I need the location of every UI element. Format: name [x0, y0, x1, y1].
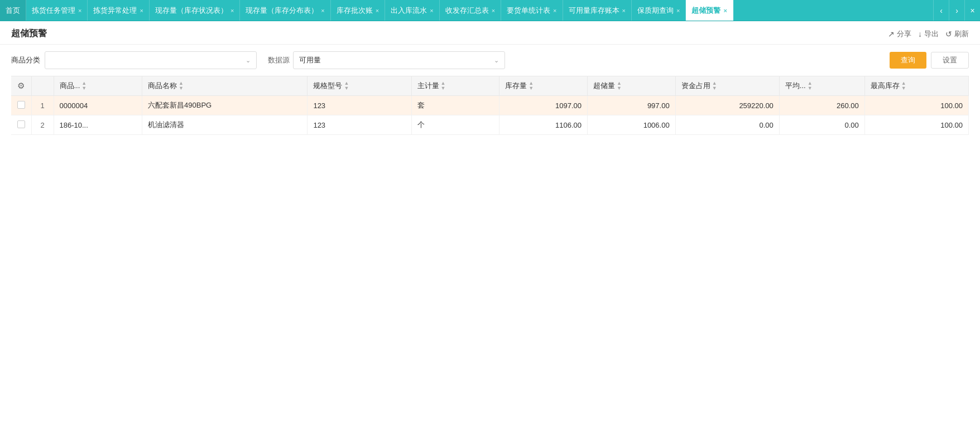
- data-table: ⚙ 商品... ▲ ▼ 商品名称: [11, 76, 969, 135]
- filter-area: 商品分类 ⌄ 数据源 可用量 ⌄ 查询 设置: [0, 45, 980, 76]
- nav-close-available-account[interactable]: ×: [622, 7, 626, 14]
- col-header-max-stock[interactable]: 最高库存 ▲ ▼: [864, 76, 968, 96]
- row-max-stock-0: 100.00: [864, 96, 968, 115]
- nav-close-task-mgmt[interactable]: ×: [78, 7, 81, 14]
- settings-button[interactable]: 设置: [931, 52, 969, 69]
- datasource-select[interactable]: 可用量 ⌄: [293, 51, 505, 69]
- nav-label-overstock-warning: 超储预警: [691, 6, 720, 16]
- nav-label-abnormal: 拣货异常处理: [93, 6, 137, 16]
- nav-close-batch-account[interactable]: ×: [376, 7, 379, 14]
- row-product-name-1: 机油滤清器: [142, 115, 308, 135]
- col-header-product-name[interactable]: 商品名称 ▲ ▼: [142, 76, 308, 96]
- nav-close-order-stats[interactable]: ×: [553, 7, 556, 14]
- col-header-product-code[interactable]: 商品... ▲ ▼: [54, 76, 142, 96]
- sort-arrows-capital: ▲ ▼: [712, 81, 717, 91]
- category-chevron-icon: ⌄: [246, 57, 251, 64]
- nav-item-task-mgmt[interactable]: 拣货任务管理 ×: [26, 0, 88, 21]
- nav-label-quality-check: 保质期查询: [637, 6, 674, 16]
- nav-close-quality-check[interactable]: ×: [676, 7, 680, 14]
- nav-item-available-account[interactable]: 可用量库存账本 ×: [563, 0, 632, 21]
- col-header-overstock[interactable]: 超储量 ▲ ▼: [587, 76, 675, 96]
- sort-arrows-product-code: ▲ ▼: [81, 81, 87, 91]
- nav-item-inventory-dist[interactable]: 现存量（库存分布表） ×: [240, 0, 330, 21]
- page-title: 超储预警: [11, 28, 47, 40]
- row-checkbox-cell: [11, 96, 31, 115]
- top-nav: 首页 拣货任务管理 × 拣货异常处理 × 现存量（库存状况表） × 现存量（库存…: [0, 0, 980, 21]
- category-select[interactable]: ⌄: [45, 51, 257, 69]
- datasource-value: 可用量: [299, 55, 321, 65]
- nav-item-collect-total[interactable]: 收发存汇总表 ×: [440, 0, 501, 21]
- sort-arrows-unit: ▲ ▼: [441, 81, 446, 91]
- nav-close-inout-flow[interactable]: ×: [430, 7, 433, 14]
- col-header-stock[interactable]: 库存量 ▲ ▼: [499, 76, 588, 96]
- query-button[interactable]: 查询: [890, 52, 926, 69]
- sort-arrows-max-stock: ▲ ▼: [901, 81, 906, 91]
- row-checkbox-cell: [11, 115, 31, 135]
- refresh-button[interactable]: ↺ 刷新: [945, 29, 969, 39]
- row-avg-0: 260.00: [779, 96, 864, 115]
- nav-close-overstock-warning[interactable]: ×: [723, 7, 727, 14]
- row-checkbox-1[interactable]: [17, 120, 25, 128]
- nav-close-abnormal[interactable]: ×: [140, 7, 143, 14]
- table-header-row: ⚙ 商品... ▲ ▼ 商品名称: [11, 76, 969, 96]
- table-container: ⚙ 商品... ▲ ▼ 商品名称: [0, 76, 980, 135]
- nav-close-inventory-dist[interactable]: ×: [321, 7, 324, 14]
- nav-label-inventory-status: 现存量（库存状况表）: [155, 6, 228, 16]
- nav-item-abnormal[interactable]: 拣货异常处理 ×: [88, 0, 149, 21]
- col-label-overstock: 超储量: [593, 81, 615, 91]
- category-label: 商品分类: [11, 55, 40, 65]
- refresh-label: 刷新: [954, 29, 969, 39]
- nav-prev-arrow[interactable]: ‹: [933, 0, 949, 21]
- share-label: 分享: [897, 29, 911, 39]
- row-product-name-0: 六配套新昌490BPG: [142, 96, 308, 115]
- row-capital-1: 0.00: [675, 115, 779, 135]
- nav-close-all[interactable]: ×: [964, 0, 980, 21]
- nav-label-task-mgmt: 拣货任务管理: [32, 6, 75, 16]
- col-label-spec: 规格型号: [313, 81, 342, 91]
- nav-label-available-account: 可用量库存账本: [569, 6, 619, 16]
- col-header-unit[interactable]: 主计量 ▲ ▼: [411, 76, 499, 96]
- nav-close-inventory-status[interactable]: ×: [230, 7, 234, 14]
- col-label-capital: 资金占用: [681, 81, 710, 91]
- page-header: 超储预警 ↗ 分享 ↓ 导出 ↺ 刷新: [0, 21, 980, 45]
- export-icon: ↓: [918, 30, 922, 38]
- nav-item-inventory-status[interactable]: 现存量（库存状况表） ×: [150, 0, 240, 21]
- share-button[interactable]: ↗ 分享: [888, 29, 911, 39]
- row-unit-0: 套: [411, 96, 499, 115]
- nav-label-inout-flow: 出入库流水: [391, 6, 427, 16]
- col-header-avg[interactable]: 平均... ▲ ▼: [779, 76, 864, 96]
- nav-item-quality-check[interactable]: 保质期查询 ×: [632, 0, 686, 21]
- export-label: 导出: [924, 29, 939, 39]
- col-label-product-name: 商品名称: [148, 81, 177, 91]
- sort-arrows-avg: ▲ ▼: [808, 81, 813, 91]
- sort-arrows-overstock: ▲ ▼: [617, 81, 622, 91]
- nav-item-order-stats[interactable]: 要货单统计表 ×: [501, 0, 563, 21]
- row-capital-0: 259220.00: [675, 96, 779, 115]
- refresh-icon: ↺: [945, 30, 952, 38]
- column-settings-icon[interactable]: ⚙: [17, 81, 25, 90]
- row-spec-1: 123: [308, 115, 411, 135]
- nav-item-overstock-warning[interactable]: 超储预警 ×: [686, 0, 733, 21]
- row-checkbox-0[interactable]: [17, 101, 25, 109]
- header-actions: ↗ 分享 ↓ 导出 ↺ 刷新: [888, 29, 969, 39]
- row-unit-1: 个: [411, 115, 499, 135]
- datasource-chevron-icon: ⌄: [494, 57, 499, 64]
- datasource-filter-group: 数据源 可用量 ⌄: [268, 51, 505, 69]
- nav-item-home[interactable]: 首页: [0, 0, 26, 21]
- row-max-stock-1: 100.00: [864, 115, 968, 135]
- col-header-spec[interactable]: 规格型号 ▲ ▼: [308, 76, 411, 96]
- row-index-1: 2: [31, 115, 54, 135]
- nav-item-inout-flow[interactable]: 出入库流水 ×: [385, 0, 439, 21]
- row-avg-1: 0.00: [779, 115, 864, 135]
- row-overstock-1: 1006.00: [587, 115, 675, 135]
- col-label-stock: 库存量: [505, 81, 527, 91]
- datasource-label: 数据源: [268, 55, 290, 65]
- nav-next-arrow[interactable]: ›: [949, 0, 964, 21]
- nav-close-collect-total[interactable]: ×: [492, 7, 495, 14]
- export-button[interactable]: ↓ 导出: [918, 29, 939, 39]
- nav-item-batch-account[interactable]: 库存批次账 ×: [331, 0, 385, 21]
- col-label-unit: 主计量: [417, 81, 439, 91]
- sort-arrows-product-name: ▲ ▼: [179, 81, 184, 91]
- table-row: 1 0000004 六配套新昌490BPG 123 套 1097.00 997.…: [11, 96, 969, 115]
- col-header-capital[interactable]: 资金占用 ▲ ▼: [675, 76, 779, 96]
